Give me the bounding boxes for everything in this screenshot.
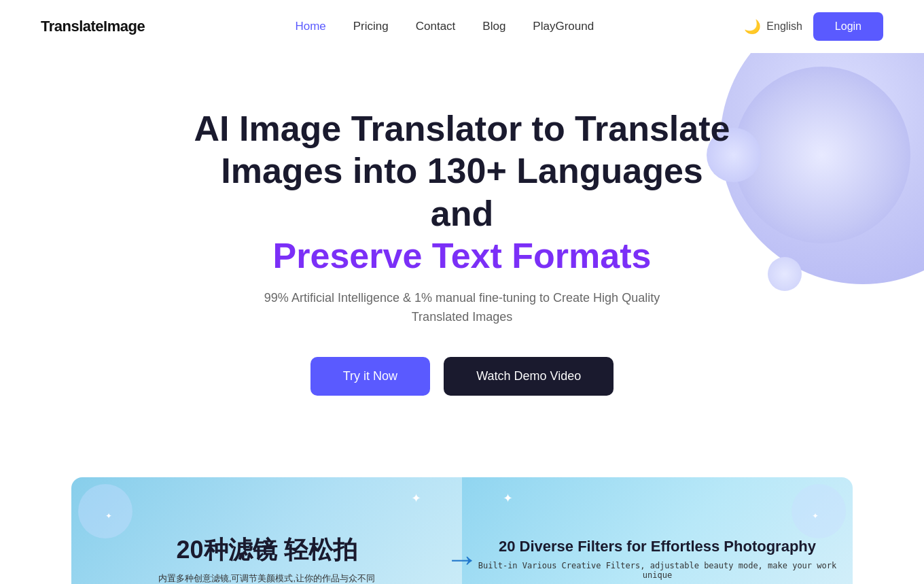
demo-title-en: 20 Diverse Filters for Effortless Photog… [499,538,816,555]
sparkle-5: ✦ [812,511,819,521]
demo-section: ✦ ✦ ✦ 20种滤镜 轻松拍 内置多种创意滤镜,可调节美颜模式,让你的作品与众… [0,436,924,584]
nav-contact[interactable]: Contact [416,20,456,33]
hero-subtitle: 99% Artificial Intelligence & 1% manual … [251,288,673,328]
language-label: English [766,20,802,33]
hero-buttons: Try it Now Watch Demo Video [27,357,897,396]
demo-subtitle-cn: 内置多种创意滤镜,可调节美颜模式,让你的作品与众不同 [158,572,375,584]
sparkle-2: ✦ [105,511,112,521]
nav-pricing[interactable]: Pricing [353,20,389,33]
deco-3 [792,484,846,538]
navbar: TranslateImage Home Pricing Contact Blog… [0,0,924,53]
nav-right: 🌙 English Login [744,12,883,41]
logo[interactable]: TranslateImage [41,18,145,35]
sparkle-1: ✦ [411,491,421,506]
nav-playground[interactable]: PlayGround [533,20,594,33]
demo-right: ✦ ✦ ✦ 20 Diverse Filters for Effortless … [462,477,853,584]
hero-title: AI Image Translator to Translate Images … [190,107,734,277]
demo-title-cn: 20种滤镜 轻松拍 [176,534,357,567]
hero-title-line1: AI Image Translator to Translate [194,109,730,148]
hero-title-line2: Images into 130+ Languages and [221,151,703,233]
moon-icon: 🌙 [744,18,761,35]
try-it-now-button[interactable]: Try it Now [310,357,430,396]
hero-title-line3: Preserve Text Formats [273,236,652,275]
nav-blog[interactable]: Blog [482,20,505,33]
translation-arrow: → [445,539,479,579]
demo-subtitle-en: Built-in Various Creative Filters, adjus… [476,561,839,580]
sparkle-4: ✦ [503,491,513,506]
circle-large [720,53,924,284]
demo-container: ✦ ✦ ✦ 20种滤镜 轻松拍 内置多种创意滤镜,可调节美颜模式,让你的作品与众… [71,477,853,584]
hero-section: AI Image Translator to Translate Images … [0,53,924,436]
demo-left: ✦ ✦ ✦ 20种滤镜 轻松拍 内置多种创意滤镜,可调节美颜模式,让你的作品与众… [71,477,462,584]
login-button[interactable]: Login [813,12,883,41]
watch-demo-button[interactable]: Watch Demo Video [444,357,614,396]
circle-medium [734,67,910,243]
nav-home[interactable]: Home [295,20,325,33]
nav-links: Home Pricing Contact Blog PlayGround [295,20,594,33]
circle-tiny [768,257,802,291]
language-selector[interactable]: 🌙 English [744,18,802,35]
